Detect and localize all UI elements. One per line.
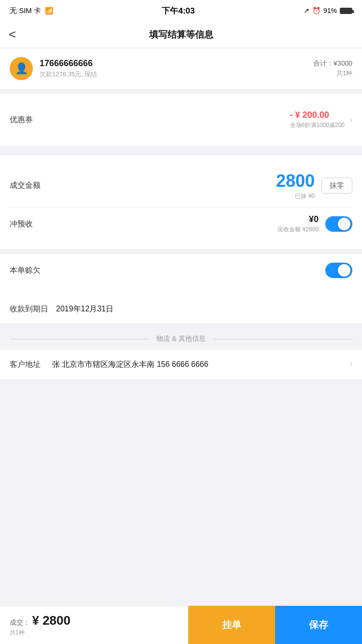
section-divider-1	[0, 151, 362, 155]
deal-label: 成交金额	[10, 181, 41, 191]
address-label: 客户地址	[10, 359, 41, 370]
prepay-amount: ¥0	[278, 214, 319, 224]
battery-icon	[340, 8, 352, 14]
coupon-desc: 全场6折满1000减200	[290, 121, 345, 129]
battery-percent: 91%	[323, 7, 337, 14]
due-date-section: 收款到期日 2019年12月31日	[0, 295, 362, 323]
prepay-section: 冲预收 ¥0 应收金额 ¥2800	[0, 207, 362, 249]
wifi-icon: 📶	[45, 7, 53, 14]
prepay-row: 冲预收 ¥0 应收金额 ¥2800	[10, 207, 352, 240]
coupon-row[interactable]: 优惠券 - ¥ 200.00 全场6折满1000减200 ›	[10, 102, 352, 137]
address-row[interactable]: 客户地址 张 北京市市辖区海淀区永丰南 156 6666 6666 ›	[10, 359, 352, 370]
credit-label: 本单赊欠	[10, 266, 41, 276]
prepay-label: 冲预收	[10, 219, 33, 229]
location-icon: ↗	[304, 7, 309, 14]
pending-button[interactable]: 挂单	[188, 606, 275, 644]
prepay-sub: 应收金额 ¥2800	[278, 225, 319, 234]
due-label: 收款到期日	[10, 304, 48, 314]
logistics-divider: 物流 & 其他信息	[0, 328, 362, 350]
coupon-right: - ¥ 200.00 全场6折满1000减200 ›	[290, 110, 352, 129]
divider-line-right	[213, 339, 352, 339]
address-section: 客户地址 张 北京市市辖区海淀区永丰南 156 6666 6666 ›	[0, 350, 362, 379]
prepay-toggle[interactable]	[325, 216, 352, 232]
deal-section: 成交金额 2800 已抹 ¥0 抹零	[0, 155, 362, 207]
logistics-divider-text: 物流 & 其他信息	[156, 335, 205, 343]
bottom-deal-amount: ¥ 2800	[32, 613, 70, 628]
total-count: 共1种	[313, 69, 352, 78]
deal-sub: 已抹 ¥0	[276, 192, 315, 200]
section-divider-2	[0, 249, 362, 254]
address-value: 张 北京市市辖区海淀区永丰南 156 6666 6666	[52, 359, 349, 370]
round-off-button[interactable]: 抹零	[321, 178, 352, 194]
time-display: 下午4:03	[162, 5, 195, 16]
prepay-amount-block: ¥0 应收金额 ¥2800	[278, 214, 319, 234]
coupon-card: 优惠券 - ¥ 200.00 全场6折满1000减200 ›	[0, 94, 362, 146]
bottom-deal-label-row: 成交： ¥ 2800	[10, 613, 179, 628]
bottom-bar: 成交： ¥ 2800 共1种 挂单 保存	[0, 605, 362, 644]
due-row: 收款到期日 2019年12月31日	[10, 304, 352, 314]
back-button[interactable]: <	[9, 27, 16, 42]
customer-phone: 17666666666	[40, 58, 97, 69]
alarm-icon: ⏰	[312, 7, 320, 14]
coupon-amount: - ¥ 200.00	[290, 110, 345, 120]
empty-space	[0, 384, 362, 442]
nav-bar: < 填写结算等信息	[0, 21, 362, 48]
divider-line-left	[10, 339, 149, 339]
status-left: 无 SIM 卡 📶	[10, 6, 53, 15]
customer-debt: 欠款1276.35元, 现结	[40, 70, 97, 79]
customer-card: 👤 17666666666 欠款1276.35元, 现结 合计：¥3000 共1…	[0, 48, 362, 89]
due-date-value: 2019年12月31日	[56, 304, 113, 314]
bottom-left: 成交： ¥ 2800 共1种	[0, 613, 188, 637]
credit-section: 本单赊欠	[0, 254, 362, 295]
prepay-right: ¥0 应收金额 ¥2800	[278, 214, 352, 234]
deal-right: 2800 已抹 ¥0 抹零	[276, 171, 352, 200]
page-title: 填写结算等信息	[149, 28, 213, 41]
address-chevron-icon: ›	[349, 359, 352, 369]
deal-amount: 2800	[276, 171, 315, 191]
status-bar: 无 SIM 卡 📶 下午4:03 ↗ ⏰ 91%	[0, 0, 362, 21]
credit-toggle[interactable]	[325, 263, 352, 278]
carrier-text: 无 SIM 卡	[10, 6, 41, 15]
coupon-label: 优惠券	[10, 115, 33, 125]
customer-right: 合计：¥3000 共1种	[313, 59, 352, 78]
credit-row: 本单赊欠	[10, 254, 352, 287]
save-button[interactable]: 保存	[275, 606, 362, 644]
deal-row: 成交金额 2800 已抹 ¥0 抹零	[10, 164, 352, 207]
customer-row: 👤 17666666666 欠款1276.35元, 现结 合计：¥3000 共1…	[10, 57, 352, 80]
bottom-deal-count: 共1种	[10, 629, 179, 637]
status-right: ↗ ⏰ 91%	[304, 7, 352, 14]
customer-left: 👤 17666666666 欠款1276.35元, 现结	[10, 57, 97, 80]
total-label: 合计：¥3000	[313, 59, 352, 68]
avatar: 👤	[10, 57, 33, 80]
customer-info: 17666666666 欠款1276.35元, 现结	[40, 58, 97, 79]
chevron-right-icon: ›	[349, 115, 352, 125]
bottom-deal-label: 成交：	[10, 618, 30, 626]
